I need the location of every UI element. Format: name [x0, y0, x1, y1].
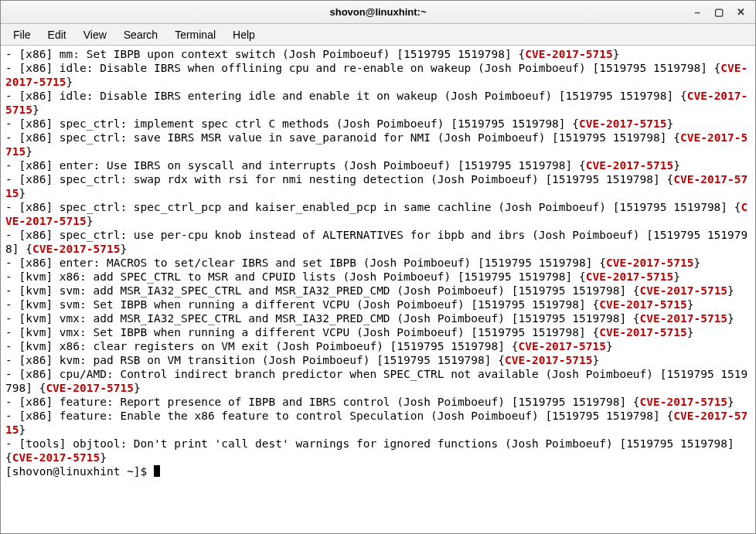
- close-button[interactable]: ✕: [730, 5, 751, 20]
- window-title: shovon@linuxhint:~: [1, 6, 755, 18]
- menu-search[interactable]: Search: [116, 26, 165, 44]
- titlebar: shovon@linuxhint:~ – ▢ ✕: [1, 1, 755, 24]
- minimize-button[interactable]: –: [687, 5, 707, 20]
- menu-help[interactable]: Help: [225, 26, 263, 44]
- menubar: File Edit View Search Terminal Help: [1, 24, 755, 46]
- menu-view[interactable]: View: [76, 26, 114, 44]
- window-controls: – ▢ ✕: [687, 5, 751, 20]
- terminal-output[interactable]: - [x86] mm: Set IBPB upon context switch…: [1, 46, 755, 533]
- maximize-button[interactable]: ▢: [709, 5, 729, 20]
- menu-edit[interactable]: Edit: [40, 26, 74, 44]
- menu-file[interactable]: File: [5, 26, 39, 44]
- menu-terminal[interactable]: Terminal: [167, 26, 223, 44]
